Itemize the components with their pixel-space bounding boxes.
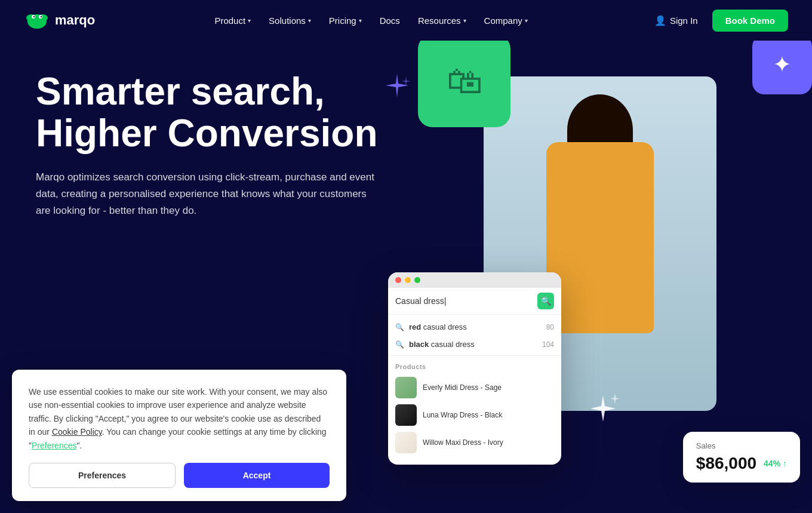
window-dot-yellow [405, 277, 411, 283]
bag-card: 🛍 [418, 41, 510, 127]
cookie-text: We use essential cookies to make our sit… [29, 385, 330, 452]
chevron-down-icon: ▾ [248, 17, 251, 24]
shopping-bag-icon: 🛍 [447, 60, 482, 102]
cookie-policy-link[interactable]: Cookie Policy [52, 427, 102, 437]
cookie-buttons: Preferences Accept [29, 463, 330, 488]
product-name-3: Willow Maxi Dress - Ivory [423, 438, 503, 447]
products-label: Products [395, 363, 554, 370]
hero-text: Smarter search, Higher Conversion Marqo … [36, 70, 418, 219]
hero-subtitle: Marqo optimizes search conversion using … [36, 169, 382, 219]
sparkle-bottom [585, 391, 621, 429]
product-row-3: Willow Maxi Dress - Ivory [395, 429, 554, 456]
suggestion-text-2: black casual dress [409, 340, 537, 349]
suggestion-count-2: 104 [542, 340, 554, 349]
suggestion-count-1: 80 [546, 323, 554, 331]
chevron-down-icon: ▾ [525, 17, 528, 24]
search-input-display: Casual dress| [395, 296, 533, 306]
product-name-2: Luna Wrap Dress - Black [423, 411, 502, 419]
logo[interactable]: marqo [24, 7, 95, 33]
search-card-header [388, 272, 561, 288]
hero-visuals: 🛍 ✦ Casual dress| 🔍 [388, 41, 812, 500]
woman-body [546, 142, 654, 333]
product-name-1: Everly Midi Dress - Sage [423, 383, 502, 392]
search-icon[interactable]: 🔍 [537, 293, 554, 309]
nav-item-docs[interactable]: Docs [373, 11, 407, 30]
sales-change: 44% ↑ [764, 459, 787, 468]
search-card: Casual dress| 🔍 🔍 red casual dress 80 🔍 … [388, 272, 561, 465]
chevron-down-icon: ▾ [463, 17, 466, 24]
product-row-1: Everly Midi Dress - Sage [395, 374, 554, 401]
cursor-card: ✦ [752, 41, 812, 94]
user-icon: 👤 [654, 15, 666, 26]
book-demo-button[interactable]: Book Demo [712, 10, 788, 32]
product-thumb-3 [395, 432, 417, 453]
sales-value: $86,000 [696, 454, 756, 473]
cookie-banner: We use essential cookies to make our sit… [12, 370, 346, 501]
search-suggestions: 🔍 red casual dress 80 🔍 black casual dre… [388, 315, 561, 465]
sign-in-button[interactable]: 👤 Sign In [647, 10, 705, 31]
nav-actions: 👤 Sign In Book Demo [647, 10, 788, 32]
product-thumb-2 [395, 404, 417, 426]
cursor-icon: ✦ [773, 51, 792, 78]
search-suggestion-icon: 🔍 [395, 323, 404, 331]
svg-point-6 [41, 16, 42, 17]
suggestion-row-2: 🔍 black casual dress 104 [388, 336, 561, 353]
products-section: Products Everly Midi Dress - Sage Luna W… [388, 358, 561, 461]
window-dot-green [414, 277, 420, 283]
sales-value-row: $86,000 44% ↑ [696, 454, 787, 473]
logo-text: marqo [55, 13, 95, 28]
window-dot-red [395, 277, 401, 283]
nav-item-solutions[interactable]: Solutions ▾ [262, 11, 318, 30]
nav-item-product[interactable]: Product ▾ [207, 11, 258, 30]
nav-links: Product ▾ Solutions ▾ Pricing ▾ Docs Res… [207, 11, 534, 30]
nav-item-company[interactable]: Company ▾ [477, 11, 535, 30]
divider [388, 355, 561, 356]
product-thumb-1 [395, 377, 417, 398]
suggestion-text-1: red casual dress [409, 322, 542, 331]
chevron-down-icon: ▾ [359, 17, 362, 24]
svg-point-5 [33, 16, 35, 17]
search-suggestion-icon-2: 🔍 [395, 340, 404, 349]
sales-label: Sales [696, 441, 787, 450]
navbar: marqo Product ▾ Solutions ▾ Pricing ▾ Do… [0, 0, 812, 41]
preferences-inline-link[interactable]: Preferences [32, 441, 76, 450]
search-input-row: Casual dress| 🔍 [388, 288, 561, 315]
nav-item-resources[interactable]: Resources ▾ [411, 11, 473, 30]
sales-badge: Sales $86,000 44% ↑ [683, 432, 800, 483]
chevron-down-icon: ▾ [308, 17, 311, 24]
suggestion-row-1: 🔍 red casual dress 80 [388, 318, 561, 336]
nav-item-pricing[interactable]: Pricing ▾ [322, 11, 369, 30]
preferences-button[interactable]: Preferences [29, 463, 176, 488]
accept-button[interactable]: Accept [184, 463, 330, 488]
hero-title: Smarter search, Higher Conversion [36, 70, 418, 155]
product-row-2: Luna Wrap Dress - Black [395, 401, 554, 429]
